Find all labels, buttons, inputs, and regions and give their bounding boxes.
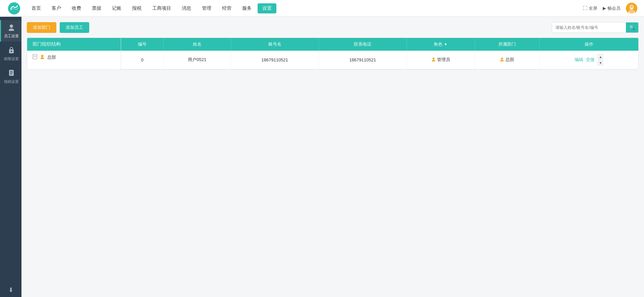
table-row: 0 用户0521 18679110521 18679110521	[121, 51, 638, 69]
col-account: 账号名	[231, 38, 319, 51]
vip-label: 畅会员	[607, 5, 621, 11]
nav-right-area: ⛶ 全屏 ▶ 畅会员	[583, 3, 637, 14]
fullscreen-label: 全屏	[589, 5, 597, 11]
cell-id: 0	[121, 51, 164, 69]
top-navigation: 首页 客户 收费 票据 记账 报税 工商项目 消息 管理 经营 服务 设置 ⛶ …	[0, 0, 644, 17]
sidebar-bottom-btn[interactable]: ⬇	[8, 286, 13, 294]
nav-settings[interactable]: 设置	[258, 3, 276, 13]
dept-panel-header: 部门组织结构	[27, 38, 121, 51]
search-input[interactable]	[552, 23, 626, 32]
svg-point-4	[630, 5, 633, 8]
nav-home[interactable]: 首页	[27, 3, 46, 13]
cell-dept: 总部	[475, 51, 539, 69]
vip-icon: ▶	[603, 6, 606, 11]
nav-invoice[interactable]: 票据	[87, 3, 106, 13]
sidebar-item-taxsetting[interactable]: 报税设置	[0, 66, 21, 87]
left-panel: 部门组织结构 总部	[27, 38, 121, 69]
employee-icon	[8, 23, 15, 33]
sidebar-item-permission[interactable]: 权限设置	[0, 43, 21, 64]
col-phone: 联系电话	[319, 38, 407, 51]
employee-table: 编号 姓名 账号名 联系电话 角色 ▼ 所属部门 操作 0	[121, 38, 638, 69]
download-icon: ⬇	[8, 287, 13, 293]
cell-name: 用户0521	[164, 51, 231, 69]
nav-tax[interactable]: 报税	[127, 3, 146, 13]
logo	[3, 2, 25, 14]
scroll-up-btn[interactable]: ▲	[598, 54, 603, 59]
role-user-icon	[431, 57, 436, 62]
svg-point-20	[432, 60, 435, 62]
avatar[interactable]	[626, 3, 637, 14]
search-box: 🔍	[552, 22, 639, 33]
svg-point-19	[432, 58, 434, 60]
nav-service[interactable]: 服务	[237, 3, 256, 13]
col-name: 姓名	[164, 38, 231, 51]
dept-tree-item[interactable]: 总部	[27, 51, 121, 64]
sidebar: 员工设置 权限设置 报税设置 ⬇	[0, 17, 21, 297]
scroll-down-btn[interactable]: ▼	[598, 60, 603, 65]
lock-icon	[8, 46, 15, 55]
transfer-link[interactable]: 交接	[586, 57, 595, 63]
tax-setting-icon	[8, 69, 15, 78]
sidebar-employee-label: 员工设置	[4, 34, 19, 38]
fullscreen-button[interactable]: ⛶ 全屏	[583, 5, 597, 11]
main-content: 添加部门 添加员工 🔍 部门组织结构	[21, 17, 644, 297]
cell-phone: 18679110521	[319, 51, 407, 69]
search-button[interactable]: 🔍	[626, 22, 638, 33]
fullscreen-icon: ⛶	[583, 6, 587, 11]
sidebar-permission-label: 权限设置	[4, 57, 19, 61]
col-dept: 所属部门	[475, 38, 539, 51]
dept-name: 总部	[47, 54, 56, 60]
svg-point-0	[8, 2, 20, 14]
svg-point-17	[41, 55, 44, 57]
svg-point-9	[11, 51, 12, 52]
file-icon	[33, 54, 37, 60]
dept-user-icon-small	[500, 57, 504, 62]
svg-point-5	[629, 9, 635, 13]
svg-point-22	[500, 60, 504, 62]
vip-button[interactable]: ▶ 畅会员	[603, 5, 621, 11]
sidebar-item-employee[interactable]: 员工设置	[0, 20, 21, 42]
content-area: 部门组织结构 总部	[27, 38, 639, 70]
add-dept-button[interactable]: 添加部门	[27, 22, 56, 33]
svg-point-18	[41, 57, 44, 59]
add-employee-button[interactable]: 添加员工	[60, 22, 89, 33]
col-role: 角色 ▼	[407, 38, 475, 51]
nav-manage[interactable]: 管理	[197, 3, 216, 13]
col-action: 操作	[539, 38, 638, 51]
col-id: 编号	[121, 38, 164, 51]
nav-message[interactable]: 消息	[177, 3, 196, 13]
nav-menu: 首页 客户 收费 票据 记账 报税 工商项目 消息 管理 经营 服务 设置	[27, 3, 583, 13]
cell-actions: 编辑 交接 ▲ ▼	[540, 51, 638, 69]
edit-link[interactable]: 编辑	[575, 57, 583, 63]
row-scroll-btns: ▲ ▼	[596, 54, 604, 65]
sidebar-taxsetting-label: 报税设置	[4, 80, 19, 84]
right-panel: 编号 姓名 账号名 联系电话 角色 ▼ 所属部门 操作 0	[121, 38, 638, 69]
nav-fee[interactable]: 收费	[67, 3, 86, 13]
filter-icon[interactable]: ▼	[444, 42, 447, 46]
nav-bookkeeping[interactable]: 记账	[107, 3, 126, 13]
search-icon: 🔍	[629, 25, 635, 30]
nav-client[interactable]: 客户	[47, 3, 66, 13]
dept-user-icon	[40, 54, 45, 60]
nav-business[interactable]: 工商项目	[148, 3, 176, 13]
svg-point-7	[9, 29, 14, 31]
svg-point-6	[10, 24, 13, 28]
toolbar: 添加部门 添加员工 🔍	[27, 22, 639, 33]
cell-account: 18679110521	[231, 51, 319, 69]
nav-operation[interactable]: 经营	[217, 3, 236, 13]
svg-point-21	[501, 58, 503, 60]
cell-role: 管理员	[407, 51, 475, 69]
